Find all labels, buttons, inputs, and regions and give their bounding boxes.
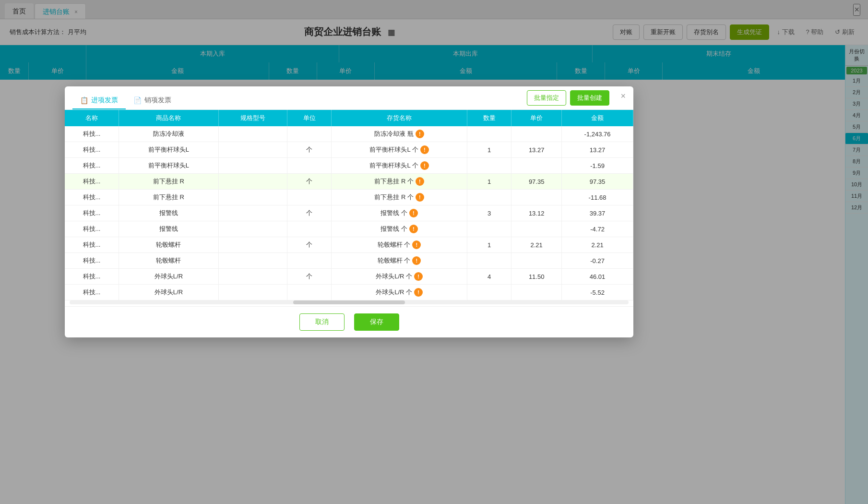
table-row: 科技...防冻冷却液防冻冷却液 瓶!-1,243.76 bbox=[65, 126, 633, 142]
table-cell bbox=[219, 253, 287, 269]
table-cell: 个 bbox=[287, 269, 332, 285]
table-cell bbox=[511, 190, 562, 205]
table-cell: 个 bbox=[287, 174, 332, 190]
table-cell bbox=[219, 205, 287, 221]
col-unit: 单位 bbox=[287, 110, 332, 126]
table-cell: 科技... bbox=[65, 174, 119, 190]
warning-icon: ! bbox=[420, 145, 429, 154]
horizontal-scrollbar[interactable] bbox=[70, 300, 629, 304]
table-cell: -4.72 bbox=[562, 221, 633, 237]
table-cell: 轮毂螺杆 个! bbox=[332, 237, 467, 253]
table-cell: 个 bbox=[287, 205, 332, 221]
sales-tab-label: 销项发票 bbox=[144, 96, 171, 105]
table-cell: 97.35 bbox=[562, 174, 633, 190]
table-cell: -1.59 bbox=[562, 158, 633, 174]
table-cell bbox=[511, 126, 562, 142]
table-cell: 个 bbox=[287, 142, 332, 158]
table-cell bbox=[219, 285, 287, 300]
purchase-tab-label: 进项发票 bbox=[91, 96, 118, 105]
table-cell: 前下悬挂 R 个! bbox=[332, 174, 467, 190]
table-cell: 46.01 bbox=[562, 269, 633, 285]
table-row: 科技...报警线报警线 个!-4.72 bbox=[65, 221, 633, 237]
table-cell bbox=[219, 190, 287, 205]
save-button[interactable]: 保存 bbox=[354, 313, 399, 331]
table-cell: 外球头L/R 个! bbox=[332, 269, 467, 285]
table-cell bbox=[511, 285, 562, 300]
purchase-tab-icon: 📋 bbox=[80, 96, 88, 104]
table-cell: 11.50 bbox=[511, 269, 562, 285]
col-amount: 金额 bbox=[562, 110, 633, 126]
table-cell: -0.27 bbox=[562, 253, 633, 269]
dialog-close-button[interactable]: × bbox=[620, 91, 626, 101]
table-cell: 科技... bbox=[65, 253, 119, 269]
table-cell: 外球头L/R bbox=[119, 269, 218, 285]
invoice-table: 名称 商品名称 规格型号 单位 存货名称 数量 单价 金额 科技...防冻冷却液… bbox=[65, 110, 633, 300]
table-cell: 报警线 bbox=[119, 221, 218, 237]
table-cell: 科技... bbox=[65, 142, 119, 158]
warning-icon: ! bbox=[416, 193, 424, 202]
col-spec: 规格型号 bbox=[219, 110, 287, 126]
table-cell: 97.35 bbox=[511, 174, 562, 190]
table-row: 科技...报警线个报警线 个!313.1239.37 bbox=[65, 205, 633, 221]
table-cell: 科技... bbox=[65, 221, 119, 237]
dialog-header: 📋 进项发票 📄 销项发票 批量指定 批量创建 × bbox=[65, 86, 633, 110]
batch-designate-button[interactable]: 批量指定 bbox=[527, 90, 566, 106]
dialog-table-wrap: 名称 商品名称 规格型号 单位 存货名称 数量 单价 金额 科技...防冻冷却液… bbox=[65, 110, 633, 300]
col-product: 商品名称 bbox=[119, 110, 218, 126]
table-row: 科技...轮毂螺杆个轮毂螺杆 个!12.212.21 bbox=[65, 237, 633, 253]
table-cell: 前平衡杆球头L 个! bbox=[332, 158, 467, 174]
dialog-footer: 取消 保存 bbox=[65, 306, 633, 337]
table-cell: 前平衡杆球头L bbox=[119, 142, 218, 158]
table-cell: 13.27 bbox=[511, 142, 562, 158]
table-cell: 前平衡杆球头L bbox=[119, 158, 218, 174]
table-cell: -5.52 bbox=[562, 285, 633, 300]
cancel-button[interactable]: 取消 bbox=[299, 313, 345, 331]
table-cell bbox=[467, 190, 511, 205]
table-cell: 报警线 bbox=[119, 205, 218, 221]
batch-create-button[interactable]: 批量创建 bbox=[570, 90, 609, 106]
table-cell: 1 bbox=[467, 237, 511, 253]
table-row: 科技...前平衡杆球头L个前平衡杆球头L 个!113.2713.27 bbox=[65, 142, 633, 158]
table-cell bbox=[467, 126, 511, 142]
table-cell: 39.37 bbox=[562, 205, 633, 221]
warning-icon: ! bbox=[414, 288, 423, 297]
table-cell: -11.68 bbox=[562, 190, 633, 205]
warning-icon: ! bbox=[416, 177, 424, 186]
warning-icon: ! bbox=[409, 225, 418, 233]
table-cell bbox=[511, 253, 562, 269]
table-cell: 科技... bbox=[65, 285, 119, 300]
table-cell: 报警线 个! bbox=[332, 205, 467, 221]
table-cell: 外球头L/R 个! bbox=[332, 285, 467, 300]
table-cell: 个 bbox=[287, 237, 332, 253]
table-row: 科技...外球头L/R个外球头L/R 个!411.5046.01 bbox=[65, 269, 633, 285]
table-cell: 科技... bbox=[65, 158, 119, 174]
table-row: 科技...前下悬挂 R个前下悬挂 R 个!197.3597.35 bbox=[65, 174, 633, 190]
tab-purchase-invoice[interactable]: 📋 进项发票 bbox=[72, 92, 126, 109]
table-cell: 2.21 bbox=[562, 237, 633, 253]
table-cell: 轮毂螺杆 bbox=[119, 237, 218, 253]
table-cell: 2.21 bbox=[511, 237, 562, 253]
table-cell: 科技... bbox=[65, 237, 119, 253]
table-row: 科技...外球头L/R外球头L/R 个!-5.52 bbox=[65, 285, 633, 300]
table-cell: 13.27 bbox=[562, 142, 633, 158]
table-cell bbox=[219, 158, 287, 174]
tab-sales-invoice[interactable]: 📄 销项发票 bbox=[126, 92, 179, 109]
warning-icon: ! bbox=[412, 240, 421, 249]
invoice-dialog: 📋 进项发票 📄 销项发票 批量指定 批量创建 × 名称 商品名称 规格型号 单… bbox=[65, 86, 633, 337]
table-cell bbox=[287, 190, 332, 205]
table-cell bbox=[219, 142, 287, 158]
warning-icon: ! bbox=[412, 256, 421, 265]
table-cell: 前平衡杆球头L 个! bbox=[332, 142, 467, 158]
table-cell bbox=[219, 221, 287, 237]
col-name: 名称 bbox=[65, 110, 119, 126]
table-row: 科技...轮毂螺杆轮毂螺杆 个!-0.27 bbox=[65, 253, 633, 269]
table-cell bbox=[467, 253, 511, 269]
table-cell: 科技... bbox=[65, 269, 119, 285]
table-cell: 1 bbox=[467, 142, 511, 158]
table-cell: 防冻冷却液 bbox=[119, 126, 218, 142]
table-cell bbox=[219, 269, 287, 285]
table-cell: 4 bbox=[467, 269, 511, 285]
table-cell bbox=[511, 158, 562, 174]
table-cell: 轮毂螺杆 bbox=[119, 253, 218, 269]
table-row: 科技...前下悬挂 R前下悬挂 R 个!-11.68 bbox=[65, 190, 633, 205]
